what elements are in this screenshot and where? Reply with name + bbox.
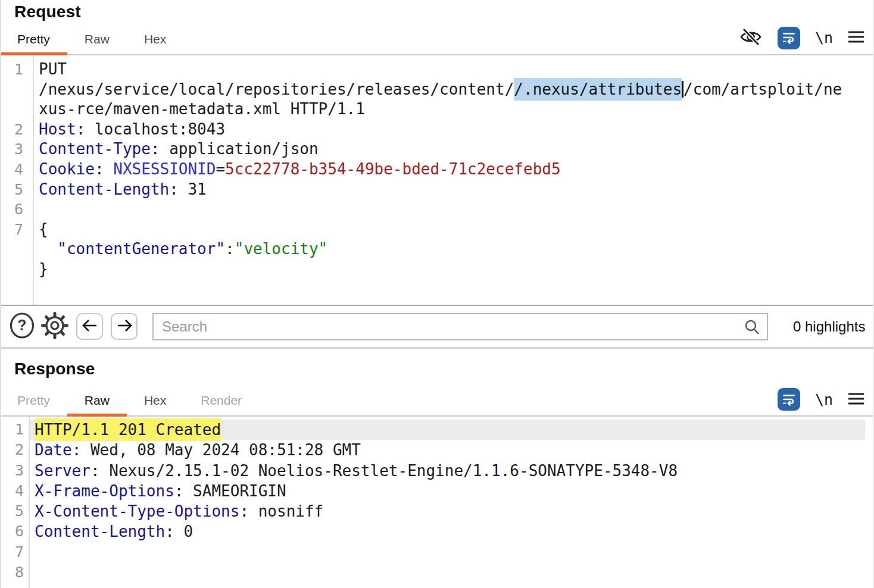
tab-hex[interactable]: Hex xyxy=(127,393,183,415)
code-line[interactable]: 2Host: localhost:8043 xyxy=(0,120,874,140)
highlights-count: 0 highlights xyxy=(793,318,865,335)
hamburger-menu-icon xyxy=(848,30,864,46)
line-content xyxy=(29,562,35,583)
line-content: Host: localhost:8043 xyxy=(33,120,225,140)
word-wrap-icon xyxy=(781,391,797,408)
line-number: 4 xyxy=(0,481,29,501)
previous-match-button[interactable] xyxy=(76,313,103,340)
line-number: 3 xyxy=(0,139,33,159)
line-number: 5 xyxy=(0,501,29,521)
gear-icon xyxy=(40,311,69,342)
code-line[interactable]: 8 xyxy=(0,562,874,583)
line-number: 5 xyxy=(0,180,33,200)
line-content xyxy=(29,542,35,562)
request-panel: Request PrettyRawHex xyxy=(0,0,874,305)
line-number: 4 xyxy=(0,159,33,180)
line-number xyxy=(0,99,33,120)
tab-raw[interactable]: Raw xyxy=(67,393,127,415)
line-number xyxy=(0,239,33,259)
code-line[interactable]: 5X-Content-Type-Options: nosniff xyxy=(0,501,874,521)
line-content xyxy=(33,199,39,220)
hide-response-eye-button[interactable] xyxy=(739,26,763,49)
line-number: 6 xyxy=(0,521,29,542)
line-number: 2 xyxy=(0,440,29,460)
newline-toggle-button[interactable]: \n xyxy=(815,391,833,408)
tab-hex[interactable]: Hex xyxy=(127,32,183,54)
line-content: Content-Length: 31 xyxy=(33,180,207,200)
line-number xyxy=(0,80,33,100)
line-content: HTTP/1.1 201 Created xyxy=(29,420,865,440)
line-number: 6 xyxy=(0,199,33,220)
request-tabbar: PrettyRawHex xyxy=(0,26,874,55)
code-line[interactable]: 1PUT xyxy=(0,60,874,80)
request-menu-button[interactable] xyxy=(848,30,864,46)
line-content: X-Content-Type-Options: nosniff xyxy=(29,501,323,521)
line-content: Content-Type: application/json xyxy=(33,139,319,159)
request-tabs: PrettyRawHex xyxy=(0,32,183,54)
response-head-icons: \n xyxy=(778,388,864,411)
code-line[interactable]: 6Content-Length: 0 xyxy=(0,521,874,542)
code-line[interactable]: 3Server: Nexus/2.15.1-02 Noelios-Restlet… xyxy=(0,461,874,481)
line-number: 2 xyxy=(0,120,33,140)
request-head-icons: \n xyxy=(739,26,864,49)
line-number xyxy=(0,259,33,280)
search-input[interactable] xyxy=(152,313,768,340)
line-content: xus-rce/maven-metadata.xml HTTP/1.1 xyxy=(33,99,365,120)
response-editor[interactable]: 1HTTP/1.1 201 Created2Date: Wed, 08 May … xyxy=(0,417,874,588)
search-icon xyxy=(743,318,761,339)
line-number: 8 xyxy=(0,562,29,583)
code-line[interactable]: 7 xyxy=(0,542,874,562)
help-icon: ? xyxy=(10,312,35,340)
svg-text:?: ? xyxy=(17,317,26,333)
code-line[interactable]: 4Cookie: NXSESSIONID=5cc22778-b354-49be-… xyxy=(0,159,874,180)
line-number: 1 xyxy=(0,420,29,440)
line-content: PUT xyxy=(33,60,67,80)
word-wrap-toggle-button[interactable] xyxy=(778,27,800,49)
code-line[interactable]: 7{ xyxy=(0,220,874,240)
tab-pretty[interactable]: Pretty xyxy=(0,32,67,54)
line-content: Content-Length: 0 xyxy=(29,521,193,542)
search-toolbar: ? xyxy=(0,305,874,349)
response-tabs: PrettyRawHexRender xyxy=(0,393,259,415)
line-content: } xyxy=(33,259,48,280)
tab-raw[interactable]: Raw xyxy=(67,32,127,54)
code-line[interactable]: /nexus/service/local/repositories/releas… xyxy=(0,80,874,100)
code-line[interactable]: } xyxy=(0,259,874,280)
request-title: Request xyxy=(0,0,874,26)
request-editor[interactable]: 1PUT/nexus/service/local/repositories/re… xyxy=(0,55,874,305)
line-content: Server: Nexus/2.15.1-02 Noelios-Restlet-… xyxy=(29,461,678,481)
tab-pretty[interactable]: Pretty xyxy=(0,393,67,415)
line-content: { xyxy=(33,220,48,240)
code-line[interactable]: "contentGenerator":"velocity" xyxy=(0,239,874,259)
eye-off-icon xyxy=(739,26,763,49)
search-field-wrap xyxy=(152,313,768,340)
next-match-button[interactable] xyxy=(111,313,138,340)
line-content: X-Frame-Options: SAMEORIGIN xyxy=(29,481,286,501)
help-button[interactable]: ? xyxy=(10,312,35,340)
line-content: "contentGenerator":"velocity" xyxy=(33,239,327,259)
code-line[interactable]: 3Content-Type: application/json xyxy=(0,139,874,159)
line-number: 1 xyxy=(0,60,33,80)
hamburger-menu-icon xyxy=(848,392,864,408)
code-line[interactable]: 4X-Frame-Options: SAMEORIGIN xyxy=(0,481,874,501)
arrow-right-icon xyxy=(116,318,133,334)
settings-button[interactable] xyxy=(40,311,69,342)
code-line[interactable]: 2Date: Wed, 08 May 2024 08:51:28 GMT xyxy=(0,440,874,460)
line-number: 7 xyxy=(0,542,29,562)
code-line[interactable]: 6 xyxy=(0,199,874,220)
tab-render[interactable]: Render xyxy=(183,393,259,415)
code-line[interactable]: 5Content-Length: 31 xyxy=(0,180,874,200)
code-line[interactable]: 1HTTP/1.1 201 Created xyxy=(0,420,874,440)
newline-toggle-button[interactable]: \n xyxy=(815,29,833,46)
response-menu-button[interactable] xyxy=(848,392,864,408)
word-wrap-icon xyxy=(781,29,797,46)
arrow-left-icon xyxy=(82,318,98,334)
code-line[interactable]: xus-rce/maven-metadata.xml HTTP/1.1 xyxy=(0,99,874,120)
line-number: 7 xyxy=(0,220,33,240)
word-wrap-toggle-button[interactable] xyxy=(778,388,800,411)
line-content: Date: Wed, 08 May 2024 08:51:28 GMT xyxy=(29,440,361,460)
newline-icon: \n xyxy=(815,391,833,408)
line-content: /nexus/service/local/repositories/releas… xyxy=(33,80,842,100)
newline-icon: \n xyxy=(815,29,833,46)
response-title: Response xyxy=(0,349,874,384)
